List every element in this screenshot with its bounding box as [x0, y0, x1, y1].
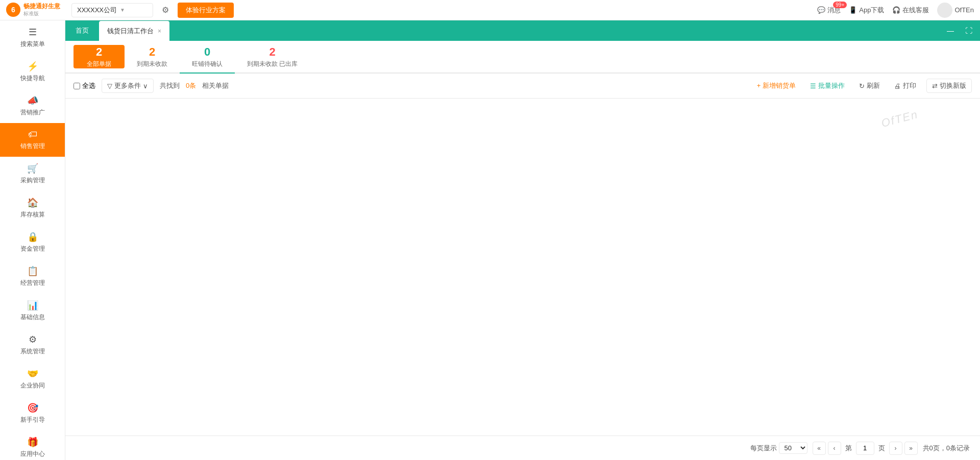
sidebar-item-system[interactable]: ⚙ 系统管理: [0, 328, 65, 362]
stats-bar: 2 全部单据 2 到期未收款 0 旺铺待确认 2 到期未收款 已出库: [65, 41, 980, 74]
toolbar: 全选 ▽ 更多条件 ∨ 共找到 0条 相关单据 + 新增销货单 ☰ 批量操作: [65, 74, 980, 99]
switch-label: 切换新版: [940, 81, 966, 90]
tab-bar-right: — ⛶: [943, 23, 980, 38]
main-layout: ☰ 搜索菜单 ⚡ 快捷导航 📣 营销推广 🏷 销售管理 🛒 采购管理 🏠 库存核…: [0, 20, 980, 460]
sidebar-label-search-menu: 搜索菜单: [20, 40, 45, 49]
stat-tab-pending[interactable]: 0 旺铺待确认: [180, 41, 235, 74]
sidebar-label-cooperation: 企业协同: [20, 381, 45, 390]
sidebar-label-purchase: 采购管理: [20, 176, 45, 185]
page-size-select[interactable]: 50 100 200: [779, 442, 807, 454]
filter-label: 更多条件: [114, 81, 141, 90]
switch-version-button[interactable]: ⇄ 切换新版: [926, 79, 972, 93]
purchase-icon: 🛒: [27, 163, 38, 174]
prev-page-button[interactable]: ‹: [828, 442, 841, 455]
top-right-area: 💬 消息 99+ 📱 App下载 🎧 在线客服 OfTEn: [817, 3, 974, 18]
sidebar-label-finance: 资金管理: [20, 245, 45, 253]
cooperation-icon: 🤝: [27, 368, 38, 379]
message-icon: 💬: [817, 6, 825, 14]
tab-maximize-button[interactable]: ⛶: [962, 23, 976, 38]
sidebar-label-basic: 基础信息: [20, 313, 45, 322]
new-sale-button[interactable]: + 新增销货单: [753, 79, 800, 92]
sidebar-item-appstore[interactable]: 🎁 应用中心: [0, 430, 65, 460]
app-download-button[interactable]: 📱 App下载: [849, 6, 884, 15]
found-prefix: 共找到: [160, 81, 180, 90]
batch-label: 批量操作: [818, 81, 845, 90]
filter-button[interactable]: ▽ 更多条件 ∨: [102, 79, 154, 93]
first-page-button[interactable]: «: [813, 442, 826, 455]
sidebar-label-quick-nav: 快捷导航: [20, 74, 45, 83]
tab-active-page[interactable]: 钱货日清工作台 ×: [99, 21, 169, 41]
sales-icon: 🏷: [28, 129, 37, 140]
batch-icon: ☰: [810, 82, 816, 90]
sidebar-item-operation[interactable]: 📋 经营管理: [0, 259, 65, 294]
settings-button[interactable]: ⚙: [157, 2, 174, 18]
tab-home[interactable]: 首页: [65, 20, 99, 41]
page-nav: « ‹ 第 页 › »: [813, 442, 918, 455]
stat-overdue-label: 到期未收款: [137, 60, 167, 68]
stat-tab-overdue-out[interactable]: 2 到期未收款 已出库: [235, 41, 310, 74]
stat-all-label: 全部单据: [87, 60, 111, 68]
sidebar-label-marketing: 营销推广: [20, 108, 45, 117]
quick-nav-icon: ⚡: [27, 61, 38, 72]
sidebar-item-guide[interactable]: 🎯 新手引导: [0, 396, 65, 430]
online-service-button[interactable]: 🎧 在线客服: [892, 6, 929, 15]
sidebar-label-sales: 销售管理: [20, 142, 45, 151]
inventory-icon: 🏠: [27, 197, 38, 208]
sidebar-label-appstore: 应用中心: [20, 450, 45, 458]
stat-overdue-out-count: 2: [270, 45, 276, 59]
sidebar-item-purchase[interactable]: 🛒 采购管理: [0, 157, 65, 191]
pagination-bar: 每页显示 50 100 200 « ‹ 第 页 › » 共0页，0条记录: [65, 435, 980, 460]
batch-button[interactable]: ☰ 批量操作: [806, 79, 849, 92]
message-button[interactable]: 💬 消息 99+: [817, 6, 841, 15]
logo-title: 畅捷通好生意: [23, 3, 60, 10]
tab-page-label: 钱货日清工作台: [107, 27, 154, 36]
select-all-label: 全选: [82, 81, 95, 90]
sidebar-item-sales[interactable]: 🏷 销售管理: [0, 123, 65, 157]
sidebar-label-inventory: 库存核算: [20, 210, 45, 219]
sidebar-item-cooperation[interactable]: 🤝 企业协同: [0, 362, 65, 396]
refresh-button[interactable]: ↻ 刷新: [855, 79, 884, 92]
print-button[interactable]: 🖨 打印: [890, 79, 920, 92]
stat-tab-overdue[interactable]: 2 到期未收款: [125, 41, 180, 74]
sidebar-item-marketing[interactable]: 📣 营销推广: [0, 89, 65, 123]
trial-button[interactable]: 体验行业方案: [178, 3, 234, 18]
page-suffix: 页: [878, 444, 885, 453]
logo-sub: 标准版: [23, 10, 60, 17]
page-number-input[interactable]: [856, 442, 874, 455]
finance-icon: 🔒: [27, 231, 38, 243]
avatar-name: OfTEn: [954, 6, 974, 14]
found-suffix: 相关单据: [202, 81, 229, 90]
stat-tab-all[interactable]: 2 全部单据: [74, 45, 125, 68]
stat-pending-label: 旺铺待确认: [192, 60, 223, 68]
top-bar: 6 畅捷通好生意 标准版 XXXXXX公司 ▼ ⚙ 体验行业方案 💬 消息 99…: [0, 0, 980, 20]
sidebar-item-quick-nav[interactable]: ⚡ 快捷导航: [0, 55, 65, 89]
content-area: OfTEn 首页 钱货日清工作台 × — ⛶ 2 全部单据 2: [65, 20, 980, 460]
checkbox-input[interactable]: [74, 83, 80, 89]
company-arrow-icon: ▼: [120, 7, 125, 13]
sidebar-label-operation: 经营管理: [20, 279, 45, 287]
found-count: 0条: [186, 81, 196, 90]
select-all-checkbox[interactable]: 全选: [74, 81, 95, 90]
sidebar-item-inventory[interactable]: 🏠 库存核算: [0, 191, 65, 225]
message-badge: 99+: [833, 2, 847, 8]
stat-all-count: 2: [96, 45, 102, 59]
sidebar-item-search-menu[interactable]: ☰ 搜索菜单: [0, 20, 65, 55]
logo-area: 6 畅捷通好生意 标准版: [6, 3, 71, 17]
tab-minimize-button[interactable]: —: [943, 23, 958, 38]
system-icon: ⚙: [29, 334, 37, 345]
tab-bar: 首页 钱货日清工作台 × — ⛶: [65, 20, 980, 41]
refresh-label: 刷新: [867, 81, 880, 90]
last-page-button[interactable]: »: [904, 442, 918, 455]
guide-icon: 🎯: [27, 402, 38, 414]
company-selector[interactable]: XXXXXX公司 ▼: [71, 3, 153, 17]
sidebar-item-basic[interactable]: 📊 基础信息: [0, 294, 65, 328]
sidebar-label-system: 系统管理: [20, 347, 45, 356]
service-icon: 🎧: [892, 6, 900, 14]
sidebar-item-finance[interactable]: 🔒 资金管理: [0, 225, 65, 259]
page-label: 第: [845, 444, 852, 453]
table-area: [65, 99, 980, 435]
tab-close-button[interactable]: ×: [158, 28, 161, 35]
user-avatar-area[interactable]: OfTEn: [937, 3, 974, 18]
print-label: 打印: [903, 81, 916, 90]
next-page-button[interactable]: ›: [889, 442, 902, 455]
